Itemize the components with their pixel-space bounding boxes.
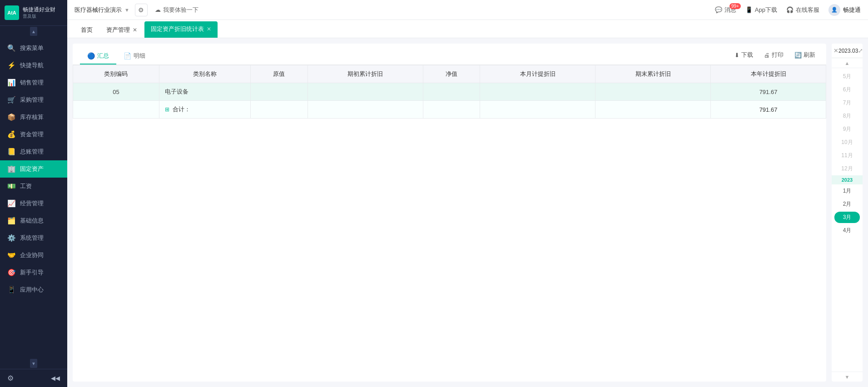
sidebar-item-label: 资金管理 (20, 130, 44, 139)
sidebar-item-basic-info[interactable]: 🗂️ 基础信息 (0, 212, 67, 229)
app-center-icon: 📱 (7, 286, 15, 294)
date-item-nov[interactable]: 11月 (832, 149, 863, 162)
tabs-bar: 首页 资产管理 ✕ 固定资产折旧统计表 ✕ (67, 20, 868, 38)
print-button[interactable]: 🖨 打印 (760, 49, 787, 61)
sidebar-item-search[interactable]: 🔍 搜索菜单 (0, 40, 67, 57)
cloud-icon: ☁ (155, 6, 161, 13)
subtotal-monthly-dep (480, 101, 595, 119)
user-menu[interactable]: 👤 畅捷通 (828, 4, 861, 16)
tab-detail[interactable]: 📄 明细 (116, 48, 153, 64)
main-panel: 🔵 汇总 📄 明细 ⬇ 下载 🖨 打印 (73, 44, 826, 382)
sidebar-item-finance[interactable]: 💰 资金管理 (0, 126, 67, 143)
topbar-settings-button[interactable]: ⚙ (135, 4, 148, 16)
tab-summary[interactable]: 🔵 汇总 (80, 48, 116, 64)
print-icon: 🖨 (764, 52, 770, 59)
date-item-jun[interactable]: 6月 (832, 83, 863, 96)
cell-original (250, 83, 308, 101)
depreciation-table: 类别编码 类别名称 原值 期初累计折旧 净值 本月计提折旧 期末累计折旧 本年计… (73, 65, 826, 119)
col-net: 净值 (423, 65, 480, 83)
experience-button[interactable]: ☁ 我要体验一下 (155, 6, 198, 14)
user-avatar: 👤 (828, 4, 840, 16)
table-header-row: 类别编码 类别名称 原值 期初累计折旧 净值 本月计提折旧 期末累计折旧 本年计… (73, 65, 826, 83)
system-icon: ⚙️ (7, 234, 15, 242)
date-item-jan[interactable]: 1月 (832, 184, 863, 198)
message-button[interactable]: 💬 消息 99+ (715, 6, 736, 14)
username: 畅捷通 (843, 6, 861, 14)
sidebar-item-quick-nav[interactable]: ⚡ 快捷导航 (0, 57, 67, 74)
sidebar: AtA 畅捷通好业财 普及版 ▲ 🔍 搜索菜单 ⚡ 快捷导航 📊 销售管理 🛒 … (0, 0, 67, 387)
inventory-icon: 📦 (7, 113, 15, 121)
fixed-assets-icon: 🏢 (7, 165, 15, 173)
enterprise-icon: 🤝 (7, 251, 15, 259)
download-icon: ⬇ (734, 52, 739, 59)
date-list: 5月 6月 7月 8月 9月 10月 11月 12月 2023 1月 2月 3月… (832, 68, 863, 372)
date-item-aug[interactable]: 8月 (832, 109, 863, 123)
cell-name: 电子设备 (159, 83, 250, 101)
data-table-wrapper: 类别编码 类别名称 原值 期初累计折旧 净值 本月计提折旧 期末累计折旧 本年计… (73, 65, 826, 382)
sidebar-scroll-down[interactable]: ▼ (30, 359, 37, 368)
sidebar-item-payroll[interactable]: 💵 工资 (0, 178, 67, 195)
sidebar-collapse-icon[interactable]: ◀◀ (51, 375, 60, 382)
refresh-button[interactable]: 🔄 刷新 (791, 49, 819, 61)
sidebar-item-label: 系统管理 (20, 234, 44, 242)
sidebar-item-label: 基础信息 (20, 217, 44, 225)
date-panel-title: 2023.03 (838, 48, 858, 54)
date-item-may[interactable]: 5月 (832, 70, 863, 83)
sidebar-item-label: 应用中心 (20, 286, 44, 294)
message-icon: 💬 (715, 6, 722, 13)
sidebar-item-ledger[interactable]: 📒 总账管理 (0, 143, 67, 160)
sidebar-item-label: 企业协同 (20, 251, 44, 259)
sidebar-item-enterprise[interactable]: 🤝 企业协同 (0, 247, 67, 264)
date-panel-close-button[interactable]: ✕ (833, 47, 838, 54)
subtotal-label: ⊞ 合计： (159, 101, 250, 119)
date-item-feb[interactable]: 2月 (832, 198, 863, 211)
date-scroll-up[interactable]: ▲ (832, 58, 863, 68)
date-item-apr[interactable]: 4月 (832, 224, 863, 237)
app-name: 畅捷通好业财 (23, 6, 55, 14)
tab-summary-label: 汇总 (97, 52, 109, 60)
table-row[interactable]: 05 电子设备 791.67 (73, 83, 826, 101)
date-item-sep[interactable]: 9月 (832, 123, 863, 136)
sidebar-item-label: 快捷导航 (20, 61, 44, 69)
tab-asset-close[interactable]: ✕ (133, 27, 137, 33)
cell-net (423, 83, 480, 101)
date-item-mar[interactable]: 3月 (834, 212, 860, 223)
col-name: 类别名称 (159, 65, 250, 83)
date-panel-expand-button[interactable]: ⤢ (858, 47, 863, 54)
online-service-button[interactable]: 🎧 在线客服 (786, 6, 819, 14)
sidebar-item-purchase[interactable]: 🛒 采购管理 (0, 91, 67, 109)
refresh-icon: 🔄 (794, 52, 802, 59)
sidebar-item-guide[interactable]: 🎯 新手引导 (0, 264, 67, 281)
company-dropdown-icon: ▼ (124, 7, 129, 13)
sidebar-item-fixed-assets[interactable]: 🏢 固定资产 (0, 160, 67, 178)
sidebar-item-system[interactable]: ⚙️ 系统管理 (0, 229, 67, 247)
date-scroll-down[interactable]: ▼ (832, 372, 863, 382)
col-monthly-dep: 本月计提折旧 (480, 65, 595, 83)
sidebar-item-operations[interactable]: 📈 经营管理 (0, 195, 67, 212)
sidebar-item-sales[interactable]: 📊 销售管理 (0, 74, 67, 91)
tab-depreciation-close[interactable]: ✕ (207, 26, 211, 32)
sidebar-item-label: 库存核算 (20, 113, 44, 121)
date-item-dec[interactable]: 12月 (832, 162, 863, 175)
date-item-jul[interactable]: 7月 (832, 96, 863, 109)
app-download-button[interactable]: 📱 App下载 (745, 6, 777, 14)
tab-home-label: 首页 (81, 26, 93, 34)
sidebar-scroll-up[interactable]: ▲ (30, 27, 37, 36)
date-year-2023[interactable]: 2023 (832, 175, 863, 184)
guide-icon: 🎯 (7, 268, 15, 277)
tab-depreciation-table[interactable]: 固定资产折旧统计表 ✕ (144, 21, 218, 38)
sidebar-item-app-center[interactable]: 📱 应用中心 (0, 281, 67, 298)
subtotal-net (423, 101, 480, 119)
company-name: 医疗器械行业演示 (74, 6, 122, 14)
download-button[interactable]: ⬇ 下载 (731, 49, 757, 61)
tab-asset-management[interactable]: 资产管理 ✕ (100, 22, 144, 38)
sidebar-settings-icon[interactable]: ⚙ (7, 374, 14, 382)
date-item-oct[interactable]: 10月 (832, 136, 863, 149)
main-area: 医疗器械行业演示 ▼ ⚙ ☁ 我要体验一下 💬 消息 99+ 📱 App下载 🎧… (67, 0, 868, 387)
app-download-icon: 📱 (745, 6, 753, 13)
sidebar-item-inventory[interactable]: 📦 库存核算 (0, 109, 67, 126)
sidebar-logo: AtA 畅捷通好业财 普及版 (0, 0, 67, 26)
company-selector[interactable]: 医疗器械行业演示 ▼ (74, 6, 129, 14)
tab-home[interactable]: 首页 (74, 22, 99, 38)
date-panel: ✕ 2023.03 ⤢ ▲ 5月 6月 7月 8月 9月 10月 11月 12月… (832, 44, 863, 382)
